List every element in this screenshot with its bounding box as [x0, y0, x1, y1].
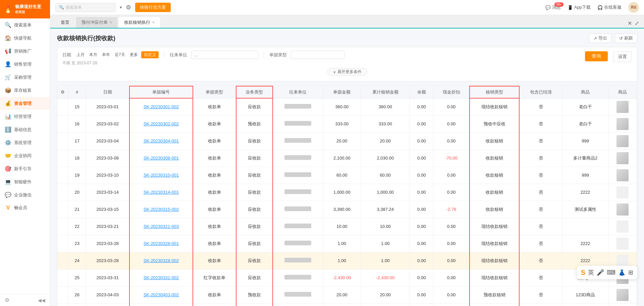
float-clothes-icon[interactable]: 👗 — [618, 269, 626, 276]
voucher-link[interactable]: SK-20230328-002 — [144, 258, 179, 263]
td-row_no: 15 — [68, 98, 86, 115]
app-download-btn[interactable]: 📱 App下载 — [568, 4, 591, 10]
td-voucher_no[interactable]: SK-20230302-002 — [129, 115, 193, 132]
sidebar-item-search[interactable]: 🔍 搜索菜单 — [0, 18, 50, 32]
td-write_off: 100.00 — [361, 303, 410, 306]
th-date: 日期 — [86, 86, 129, 98]
date-this-year[interactable]: 本年 — [101, 51, 111, 58]
td-cancel_type: 现结收款核销 — [470, 235, 519, 252]
logo-text: 畅康道好生意 标推版 — [15, 4, 41, 14]
td-goods: 2222 — [562, 184, 608, 201]
voucher-link[interactable]: SK-20230301-002 — [144, 104, 179, 109]
user-avatar[interactable]: Rit — [628, 2, 639, 13]
sidebar-item-quicknav[interactable]: 🏠 快捷导航 — [0, 32, 50, 45]
td-voucher_no[interactable]: SK-20230308-001 — [129, 149, 193, 167]
td-row_no: 19 — [68, 167, 86, 184]
float-keyboard-icon[interactable]: ⌨ — [607, 269, 615, 276]
float-s-logo: S — [581, 269, 585, 277]
topbar-search-box[interactable]: 🔍 搜索菜单 — [55, 3, 116, 12]
topbar-gear-icon[interactable]: ⚙ — [126, 4, 131, 11]
date-prev-month[interactable]: 上月 — [75, 51, 86, 58]
td-biz_type: 应收款 — [236, 303, 273, 306]
td-voucher_no[interactable]: SK-20230328-002 — [129, 252, 193, 269]
td-goods_img — [608, 115, 637, 132]
td-include_settled: 否 — [519, 252, 562, 269]
table-scroll[interactable]: ⚙ # 日期 单据编号 单据类型 业务类型 往来单位 单据金额 累计核销金额 余… — [57, 86, 637, 306]
voucher-link[interactable]: SK-20230328-001 — [144, 241, 179, 246]
industry-btn[interactable]: 体验行业方案 — [135, 3, 171, 12]
query-btn[interactable]: 查询 — [585, 51, 608, 61]
td-voucher_no[interactable]: SK-20230304-001 — [129, 132, 193, 149]
td-voucher_no[interactable]: SK-20230403-002 — [129, 286, 193, 303]
th-rowno: # — [68, 86, 86, 98]
notification-btn[interactable]: 💬 消息 99+ — [545, 4, 561, 10]
voucher-link[interactable]: SK-20230321-003 — [144, 224, 179, 229]
voucher-link[interactable]: SK-20230302-002 — [144, 121, 179, 126]
td-gear — [57, 252, 68, 269]
td-goods_img — [608, 235, 637, 252]
date-this-month[interactable]: 本月 — [88, 51, 99, 58]
voucher-link[interactable]: SK-20230315-002 — [144, 207, 179, 212]
voucher-link[interactable]: SK-20230314-001 — [144, 190, 179, 195]
partner-input[interactable] — [191, 51, 258, 59]
sidebar-item-sysmgmt[interactable]: ⚙️ 系统管理 — [0, 136, 50, 149]
td-gear — [57, 167, 68, 184]
voucher-link[interactable]: SK-20230304-001 — [144, 138, 179, 143]
sidebar-item-operation[interactable]: 📊 经营管理 — [0, 110, 50, 123]
sidebar-item-corpcoop[interactable]: 🤝 企业协同 — [0, 149, 50, 162]
sidebar-item-guide[interactable]: 🎯 新手引导 — [0, 162, 50, 175]
dropdown-arrow-icon[interactable]: ▾ — [120, 5, 122, 10]
float-mic-icon[interactable]: 🎤 — [597, 269, 604, 276]
voucher-link[interactable]: SK-20230310-001 — [144, 173, 179, 178]
tab-expand-icon[interactable]: ⤢ — [635, 20, 639, 26]
expand-conditions-btn[interactable]: ∨ 展开更多条件 — [327, 68, 367, 76]
sidebar-item-fund[interactable]: 💰 资金管理 — [0, 97, 50, 110]
tab-close-collection[interactable]: × — [152, 20, 155, 25]
td-write_off: 360.00 — [361, 98, 410, 115]
td-voucher_no[interactable]: SK-20230314-001 — [129, 184, 193, 201]
sidebar-item-corpwx[interactable]: 💬 企业微信 — [0, 188, 50, 201]
td-voucher_no[interactable]: SK-20230301-002 — [129, 98, 193, 115]
td-balance: 0.00 — [410, 235, 433, 252]
online-service-btn[interactable]: 🎧 在线客服 — [597, 4, 622, 10]
collapse-icon[interactable]: ◀◀ — [38, 298, 45, 303]
date-more[interactable]: 更多 — [128, 51, 139, 58]
td-partner — [273, 98, 323, 115]
tab-close-all-icon[interactable]: ✕ — [628, 20, 632, 26]
voucher-link[interactable]: SK-20230331-002 — [144, 275, 179, 280]
sidebar-item-marketing[interactable]: 📢 营销推广 — [0, 45, 50, 58]
td-voucher_no[interactable]: SK-20230408-001 — [129, 303, 193, 306]
sidebar-item-smarthw[interactable]: 💻 智能硬件 — [0, 175, 50, 188]
filter-settings-btn[interactable]: 设置 — [613, 51, 632, 62]
tab-collection-exec[interactable]: 收款核销执行 × — [119, 17, 160, 28]
settings-icon[interactable]: ⚙ — [5, 297, 9, 303]
td-date: 2023-03-28 — [86, 235, 129, 252]
sidebar-item-purchase[interactable]: 🛒 采购管理 — [0, 71, 50, 84]
td-gear — [57, 235, 68, 252]
td-voucher_no[interactable]: SK-20230310-001 — [129, 167, 193, 184]
td-voucher_no[interactable]: SK-20230331-002 — [129, 269, 193, 286]
tab-home[interactable]: 首页 — [55, 17, 75, 28]
td-write_off: 20.00 — [361, 286, 410, 303]
voucher-link[interactable]: SK-20230403-002 — [144, 292, 179, 297]
date-custom-btn[interactable]: 自定义 — [141, 51, 159, 58]
sidebar-item-member[interactable]: V 畅会员 — [0, 201, 50, 214]
refresh-btn[interactable]: ↺ 刷新 — [615, 34, 637, 43]
float-text-icon[interactable]: 英 — [588, 268, 594, 277]
td-gear — [57, 286, 68, 303]
td-voucher_no[interactable]: SK-20230321-003 — [129, 218, 193, 235]
goods-thumbnail — [616, 221, 629, 233]
float-grid-icon[interactable]: ⊞ — [628, 269, 633, 276]
export-btn[interactable]: ↗ 导出 — [589, 34, 611, 43]
voucher-type-select[interactable] — [291, 51, 344, 59]
date-7days[interactable]: 近7天 — [113, 51, 126, 58]
tab-close-prepay[interactable]: × — [110, 20, 112, 25]
th-gear[interactable]: ⚙ — [57, 86, 68, 98]
tab-prepay[interactable]: 预付冲应付单 × — [76, 17, 117, 28]
td-voucher_no[interactable]: SK-20230328-001 — [129, 235, 193, 252]
sidebar-item-sales[interactable]: 👤 销售管理 — [0, 58, 50, 71]
sidebar-item-inventory[interactable]: 📦 库存核算 — [0, 84, 50, 97]
voucher-link[interactable]: SK-20230308-001 — [144, 156, 179, 161]
td-voucher_no[interactable]: SK-20230315-002 — [129, 201, 193, 218]
sidebar-item-basicinfo[interactable]: ℹ️ 基础信息 — [0, 123, 50, 136]
